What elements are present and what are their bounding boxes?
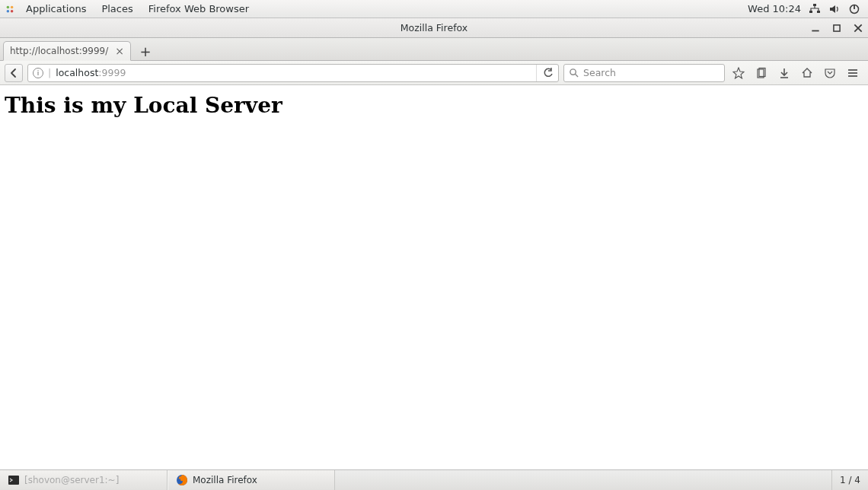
places-menu-label: Places <box>101 3 132 14</box>
library-icon[interactable] <box>755 67 767 79</box>
separator: | <box>48 67 51 78</box>
svg-rect-6 <box>817 11 820 13</box>
downloads-icon[interactable] <box>778 67 790 79</box>
workspace-indicator[interactable]: 1 / 4 <box>831 470 868 490</box>
page-content: This is my Local Server <box>0 85 868 469</box>
back-button[interactable] <box>5 64 23 82</box>
tab-title-label: http://localhost:9999/ <box>10 46 108 56</box>
bookmark-star-icon[interactable] <box>732 67 745 79</box>
tab-close-button[interactable]: × <box>115 45 124 57</box>
url-host: localhost <box>56 67 98 78</box>
search-input[interactable] <box>583 67 720 78</box>
applications-menu[interactable]: Applications <box>18 0 94 18</box>
current-app-indicator[interactable]: Firefox Web Browser <box>141 0 257 18</box>
browser-nav-bar: i | localhost:9999 <box>0 61 868 85</box>
taskbar-item-terminal[interactable]: [shovon@server1:~] <box>0 470 168 490</box>
svg-point-13 <box>570 69 576 75</box>
window-close-button[interactable] <box>853 23 863 33</box>
activities-logo-icon <box>5 4 15 14</box>
power-icon[interactable] <box>848 3 860 15</box>
browser-tab[interactable]: http://localhost:9999/ × <box>3 41 131 61</box>
svg-point-2 <box>7 9 10 12</box>
taskbar-item-firefox[interactable]: Mozilla Firefox <box>168 470 335 490</box>
places-menu[interactable]: Places <box>94 0 140 18</box>
clock-label[interactable]: Wed 10:24 <box>748 3 801 14</box>
window-title-label: Mozilla Firefox <box>400 22 468 33</box>
url-port: :9999 <box>98 67 126 78</box>
network-icon[interactable] <box>809 3 821 15</box>
url-bar[interactable]: i | localhost:9999 <box>27 64 559 82</box>
desktop-top-panel: Applications Places Firefox Web Browser … <box>0 0 868 18</box>
workspace-label: 1 / 4 <box>840 475 860 485</box>
svg-point-3 <box>11 9 14 12</box>
home-icon[interactable] <box>801 67 813 79</box>
svg-point-1 <box>11 5 14 8</box>
terminal-icon <box>8 474 20 486</box>
window-titlebar: Mozilla Firefox <box>0 18 868 38</box>
svg-rect-4 <box>813 4 816 6</box>
taskbar-item-firefox-label: Mozilla Firefox <box>193 475 257 485</box>
url-text: localhost:9999 <box>56 67 126 78</box>
search-bar[interactable] <box>563 64 725 82</box>
page-heading: This is my Local Server <box>5 93 863 118</box>
reload-button[interactable] <box>536 65 554 81</box>
taskbar-item-terminal-label: [shovon@server1:~] <box>24 475 119 485</box>
new-tab-button[interactable]: + <box>136 42 155 60</box>
browser-tab-strip: http://localhost:9999/ × + <box>0 38 868 61</box>
site-info-icon[interactable]: i <box>33 68 43 78</box>
svg-rect-10 <box>834 24 840 30</box>
current-app-label: Firefox Web Browser <box>148 3 249 14</box>
applications-menu-label: Applications <box>26 3 86 14</box>
volume-icon[interactable] <box>828 3 841 15</box>
search-icon <box>569 68 579 78</box>
svg-rect-5 <box>809 11 812 13</box>
desktop-bottom-panel: [shovon@server1:~] Mozilla Firefox 1 / 4 <box>0 469 868 490</box>
window-maximize-button[interactable] <box>831 23 842 33</box>
svg-rect-21 <box>8 476 19 485</box>
pocket-icon[interactable] <box>824 67 836 79</box>
hamburger-menu-icon[interactable] <box>847 67 859 79</box>
firefox-icon <box>176 474 188 486</box>
window-minimize-button[interactable] <box>810 23 821 33</box>
svg-line-14 <box>575 74 578 77</box>
svg-point-0 <box>7 5 10 8</box>
